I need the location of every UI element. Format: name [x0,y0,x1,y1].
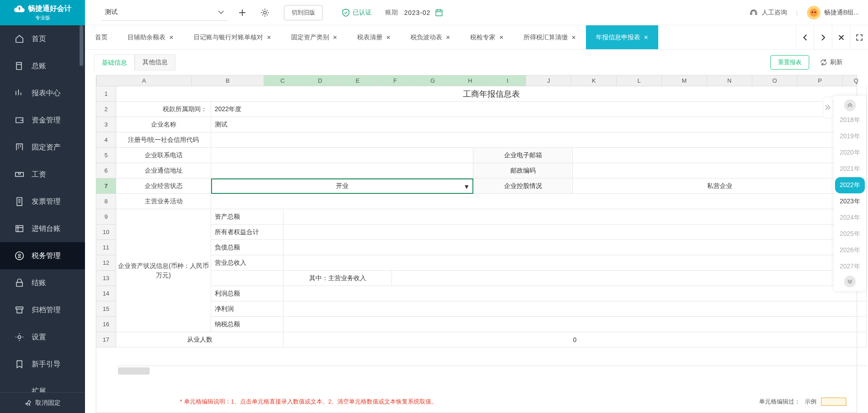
cell-value[interactable]: 2022年度 [211,102,867,117]
period-value[interactable]: 2023-02 [404,9,430,16]
year-option[interactable]: 2022年 [835,177,864,193]
year-option[interactable]: 2025年 [835,226,864,242]
cell-value[interactable] [573,148,867,163]
tab-close-icon[interactable]: ✕ [446,34,450,41]
row-header-17[interactable]: 17 [96,332,116,347]
horizontal-scrollbar[interactable] [116,366,867,375]
row-header-1[interactable]: 1 [96,86,116,102]
tab-home[interactable]: 首页 [85,25,118,49]
cell-value[interactable] [283,209,867,224]
year-up-button[interactable] [844,99,856,111]
sidebar-item-0[interactable]: 首页 [0,25,85,52]
fullscreen-button[interactable] [850,25,868,50]
row-header-9[interactable]: 9 [96,209,116,225]
tab-0[interactable]: 目辅助余额表✕ [118,25,184,49]
year-option[interactable]: 2018年 [835,112,864,128]
subtab-basic-info[interactable]: 基础信息 [94,54,135,70]
year-down-button[interactable] [844,276,856,287]
unpin-sidebar-button[interactable]: 取消固定 [0,392,85,413]
tab-2[interactable]: 固定资产类别✕ [281,25,347,49]
col-header-D[interactable]: D [302,75,339,86]
sidebar-item-11[interactable]: 设置 [0,324,85,351]
business-status-dropdown[interactable]: 开业▼ [211,178,473,194]
year-option[interactable]: 2023年 [835,193,864,210]
row-header-8[interactable]: 8 [96,194,116,209]
cell-value[interactable] [283,286,867,301]
tab-1[interactable]: 日记账与银行对账单核对✕ [184,25,281,49]
cell-value[interactable] [283,255,867,270]
tabs-prev-button[interactable] [796,25,814,50]
cell-value[interactable] [211,132,867,147]
sidebar-item-1[interactable]: 总账 [0,52,85,80]
year-option[interactable]: 2020年 [835,145,864,161]
cell-value[interactable] [283,317,867,332]
switch-old-version-button[interactable]: 切到旧版 [284,5,323,20]
col-header-H[interactable]: H [452,75,489,86]
add-button[interactable] [234,5,250,21]
sidebar-item-7[interactable]: 进销台账 [0,215,85,242]
sidebar-item-4[interactable]: 固定资产 [0,134,85,161]
row-header-11[interactable]: 11 [96,240,116,255]
tabs-close-button[interactable] [832,25,850,50]
grid-body[interactable]: 工商年报信息表 税款所属期间：2022年度 企业名称测试 注册号/统一社会信用代… [116,86,867,375]
col-header-P[interactable]: P [797,75,843,86]
col-header-K[interactable]: K [571,75,617,86]
spreadsheet[interactable]: ABCDEFGHIJKLMNOPQ 1234567891011121314151… [96,75,857,413]
tab-close-icon[interactable]: ✕ [267,34,271,41]
sidebar-item-6[interactable]: 发票管理 [0,188,85,215]
subtab-other-info[interactable]: 其他信息 [135,54,175,70]
col-header-E[interactable]: E [339,75,377,86]
tab-7[interactable]: 年报信息申报表✕ [586,25,658,49]
col-header-A[interactable]: A [97,75,192,86]
tab-close-icon[interactable]: ✕ [386,34,391,41]
row-header-6[interactable]: 6 [96,163,116,178]
tab-6[interactable]: 所得税汇算清缴✕ [514,25,586,49]
col-header-G[interactable]: G [414,75,452,86]
col-header-O[interactable]: O [752,75,797,86]
sidebar-item-3[interactable]: 资金管理 [0,107,85,134]
tab-close-icon[interactable]: ✕ [499,34,504,41]
col-header-F[interactable]: F [377,75,414,86]
tabs-next-button[interactable] [814,25,832,50]
cell-value[interactable]: 测试 [211,117,867,132]
row-header-10[interactable]: 10 [96,225,116,240]
col-header-C[interactable]: C [264,75,302,86]
cell-value[interactable]: 私营企业 [573,178,867,193]
tab-close-icon[interactable]: ✕ [644,34,648,41]
row-header-2[interactable]: 2 [96,102,116,117]
year-option[interactable]: 2026年 [835,242,864,258]
user-menu[interactable]: 畅捷通B组... [807,6,859,19]
cell-value[interactable] [392,271,867,286]
row-header-15[interactable]: 15 [96,301,116,317]
year-panel-collapse-button[interactable] [823,97,832,118]
sidebar-item-12[interactable]: 新手引导 [0,351,85,378]
col-header-L[interactable]: L [617,75,662,86]
tab-close-icon[interactable]: ✕ [571,34,576,41]
sidebar-item-5[interactable]: 工资 [0,161,85,188]
row-header-13[interactable]: 13 [96,271,116,286]
row-header-16[interactable]: 16 [96,317,116,332]
cell-value[interactable] [573,163,867,178]
sidebar-item-9[interactable]: 结账 [0,269,85,296]
cell-value[interactable] [211,163,473,178]
reset-report-button[interactable]: 重置报表 [770,55,809,70]
tab-close-icon[interactable]: ✕ [169,34,174,41]
col-header-I[interactable]: I [489,75,526,86]
row-header-12[interactable]: 12 [96,255,116,271]
support-link[interactable]: 人工咨询 [749,8,787,17]
year-option[interactable]: 2021年 [835,161,864,177]
col-header-M[interactable]: M [662,75,707,86]
scrollbar-thumb[interactable] [80,25,83,66]
col-header-Q[interactable]: Q [843,75,868,86]
sidebar-item-8[interactable]: 税务管理 [0,242,85,269]
settings-button[interactable] [257,5,273,21]
col-header-N[interactable]: N [707,75,752,86]
company-selector[interactable]: 测试 [101,5,228,21]
cell-value[interactable] [283,225,867,239]
row-header-3[interactable]: 3 [96,117,116,132]
row-header-4[interactable]: 4 [96,132,116,148]
cell-value[interactable]: 0 [283,332,867,347]
refresh-button[interactable]: 刷新 [820,58,843,66]
row-header-7[interactable]: 7 [96,178,116,194]
tab-4[interactable]: 税负波动表✕ [401,25,460,49]
